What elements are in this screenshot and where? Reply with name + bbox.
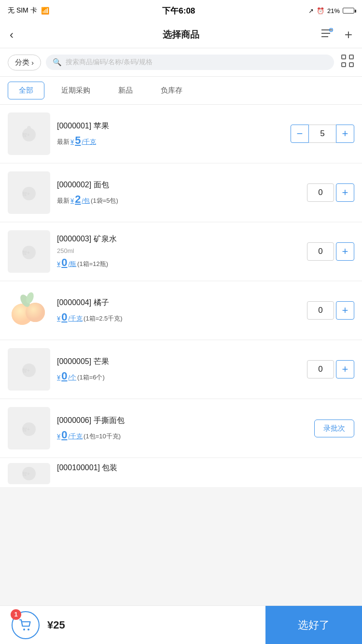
product-thumbnail: 智+ [8, 463, 50, 484]
product-name: [0000001] 苹果 [57, 121, 284, 131]
product-price: ¥ 0 /千克 (1包=10千克) [57, 429, 307, 441]
table-row: [0000004] 橘子 ¥ 0 /千克 (1箱=2.5千克) + [0, 281, 362, 339]
product-name: [0000005] 芒果 [57, 357, 300, 367]
nav-bar: ‹ 选择商品 + [0, 21, 362, 48]
svg-text:智+: 智+ [22, 427, 30, 432]
svg-point-27 [23, 629, 25, 630]
svg-rect-6 [342, 63, 346, 67]
svg-rect-5 [349, 55, 353, 59]
tab-all[interactable]: 全部 [8, 82, 44, 99]
search-icon: 🔍 [53, 58, 62, 67]
cart-badge: 1 [11, 609, 21, 620]
tab-negative[interactable]: 负库存 [150, 82, 194, 99]
product-info: [0000004] 橘子 ¥ 0 /千克 (1箱=2.5千克) [57, 298, 300, 323]
wifi-icon: 📶 [41, 7, 49, 14]
svg-rect-4 [342, 55, 346, 59]
product-info: [0000005] 芒果 ¥ 0 /个 (1箱=6个) [57, 357, 300, 382]
product-spec: 250ml [57, 247, 300, 254]
qty-plus-button[interactable]: + [336, 242, 354, 261]
location-icon: ↗ [308, 7, 314, 14]
product-list: 智+ [0000001] 苹果 最新 ¥ 5 /千克 − + 智+ [0, 105, 362, 529]
page-title: 选择商品 [163, 28, 199, 41]
alarm-icon: ⏰ [317, 7, 324, 14]
category-label: 分类 [15, 58, 29, 67]
status-right: ↗ ⏰ 21% [308, 7, 354, 14]
product-price: 最新 ¥ 2 /包 (1袋=5包) [57, 193, 300, 206]
batch-button[interactable]: 录批次 [314, 420, 354, 437]
status-time: 下午6:08 [162, 5, 195, 16]
svg-point-28 [28, 629, 29, 630]
product-name: [0000006] 手撕面包 [57, 416, 307, 426]
product-thumbnail: 智+ [8, 230, 50, 273]
confirm-button[interactable]: 选好了 [265, 606, 362, 644]
tab-recent[interactable]: 近期采购 [50, 82, 101, 99]
product-info: [0000002] 面包 最新 ¥ 2 /包 (1袋=5包) [57, 180, 300, 206]
qty-input[interactable] [307, 360, 334, 378]
svg-text:智+: 智+ [22, 250, 30, 255]
carrier-text: 无 SIM 卡 [8, 6, 37, 15]
status-bar: 无 SIM 卡 📶 下午6:08 ↗ ⏰ 21% [0, 0, 362, 21]
scan-icon[interactable] [341, 54, 354, 70]
category-chevron: › [31, 58, 34, 67]
svg-text:智+: 智+ [22, 368, 30, 373]
product-price: ¥ 0 /瓶 (1箱=12瓶) [57, 256, 300, 269]
cart-total: ¥25 [47, 619, 265, 631]
battery-icon [343, 8, 354, 14]
qty-plus-button[interactable]: + [336, 183, 354, 202]
quantity-control: + [307, 183, 354, 202]
qty-input[interactable] [307, 242, 334, 261]
filter-button[interactable] [320, 28, 333, 42]
product-name: [000100001] 包装 [57, 463, 354, 473]
quantity-control: + [307, 242, 354, 261]
svg-text:智+: 智+ [22, 191, 30, 196]
product-name: [0000002] 面包 [57, 180, 300, 190]
product-info: [0000003] 矿泉水 250ml ¥ 0 /瓶 (1箱=12瓶) [57, 234, 300, 269]
status-left: 无 SIM 卡 📶 [8, 6, 49, 15]
product-name: [0000003] 矿泉水 [57, 234, 300, 244]
battery-text: 21% [327, 7, 340, 14]
quantity-control: + [307, 360, 354, 378]
svg-rect-7 [349, 63, 353, 67]
table-row: 智+ [0000001] 苹果 最新 ¥ 5 /千克 − + [0, 105, 362, 163]
product-info: [0000006] 手撕面包 ¥ 0 /千克 (1包=10千克) [57, 416, 307, 441]
svg-text:智+: 智+ [22, 471, 30, 476]
cart-button[interactable]: 1 [12, 611, 40, 639]
product-thumbnail: 智+ [8, 171, 50, 214]
product-name: [0000004] 橘子 [57, 298, 300, 308]
back-button[interactable]: ‹ [10, 28, 14, 42]
quantity-control: + [307, 301, 354, 320]
nav-actions: + [320, 27, 352, 42]
product-thumbnail [8, 289, 50, 332]
qty-input[interactable] [307, 301, 334, 320]
table-row: 智+ [0000003] 矿泉水 250ml ¥ 0 /瓶 (1箱=12瓶) + [0, 223, 362, 280]
filter-bar: 分类 › 🔍 搜索商品编码/名称/条码/规格 [0, 48, 362, 77]
add-button[interactable]: + [345, 27, 352, 42]
svg-text:智+: 智+ [22, 132, 30, 138]
product-thumbnail: 智+ [8, 112, 50, 155]
product-info: [0000001] 苹果 最新 ¥ 5 /千克 [57, 121, 284, 147]
product-thumbnail: 智+ [8, 348, 50, 391]
table-row: 智+ [0000002] 面包 最新 ¥ 2 /包 (1袋=5包) + [0, 164, 362, 222]
product-thumbnail: 智+ [8, 407, 50, 449]
product-price: 最新 ¥ 5 /千克 [57, 134, 284, 147]
qty-plus-button[interactable]: + [336, 125, 354, 143]
tab-bar: 全部 近期采购 新品 负库存 [0, 77, 362, 105]
qty-input[interactable] [307, 183, 334, 202]
product-price: ¥ 0 /个 (1箱=6个) [57, 370, 300, 382]
qty-input[interactable] [309, 125, 336, 143]
search-placeholder: 搜索商品编码/名称/条码/规格 [66, 58, 327, 67]
bottom-bar: 1 ¥25 选好了 [0, 605, 362, 644]
product-info: [000100001] 包装 [57, 463, 354, 476]
category-button[interactable]: 分类 › [8, 55, 41, 70]
table-row: 智+ [000100001] 包装 [0, 458, 362, 487]
table-row: 智+ [0000005] 芒果 ¥ 0 /个 (1箱=6个) + [0, 340, 362, 398]
search-box[interactable]: 🔍 搜索商品编码/名称/条码/规格 [46, 55, 334, 70]
product-price: ¥ 0 /千克 (1箱=2.5千克) [57, 311, 300, 323]
quantity-control: − + [291, 125, 354, 143]
qty-plus-button[interactable]: + [336, 360, 354, 378]
svg-point-9 [27, 126, 31, 130]
tab-new[interactable]: 新品 [107, 82, 144, 99]
qty-minus-button[interactable]: − [291, 125, 309, 143]
table-row: 智+ [0000006] 手撕面包 ¥ 0 /千克 (1包=10千克) 录批次 [0, 399, 362, 457]
qty-plus-button[interactable]: + [336, 301, 354, 320]
